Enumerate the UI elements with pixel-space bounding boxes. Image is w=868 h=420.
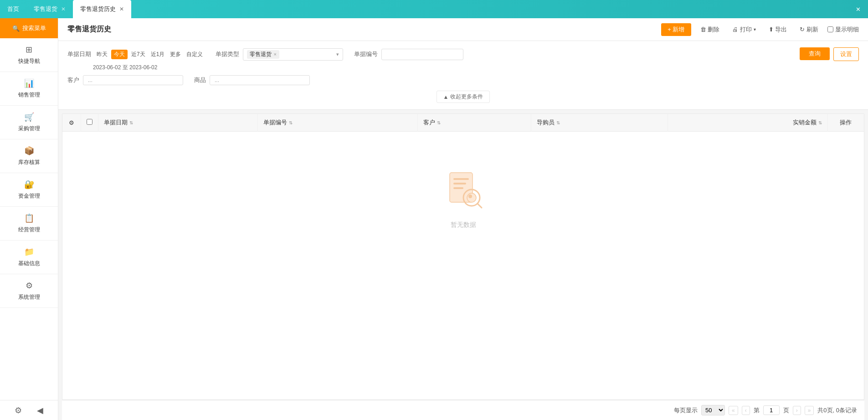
doc-type-select[interactable]: 零售退货 × ▾ <box>243 48 343 61</box>
print-button[interactable]: 🖨 打印 ▾ <box>729 24 760 36</box>
empty-state: 暂无数据 <box>62 132 864 266</box>
collapse-up-icon: ▲ <box>443 94 449 100</box>
goods-filter: 商品 ... <box>194 75 310 85</box>
select-all-checkbox[interactable] <box>87 119 92 125</box>
sidebar-bottom: ⚙ ◀ <box>0 400 58 420</box>
collapse-btn[interactable]: ▲ 收起更多条件 <box>437 91 490 103</box>
date-opt-yesterday[interactable]: 昨天 <box>95 50 109 59</box>
sidebar-item-sales-mgmt[interactable]: 📊 销售管理 <box>0 72 58 106</box>
search-menu-btn[interactable]: 🔍 搜索菜单 <box>0 18 58 38</box>
settings-button[interactable]: 设置 <box>833 47 859 61</box>
svg-point-5 <box>467 193 476 202</box>
show-detail-input[interactable] <box>827 26 833 32</box>
sidebar-item-inventory[interactable]: 📦 库存核算 <box>0 139 58 173</box>
date-options: 昨天 今天 近7天 近1月 更多 自定义 <box>95 50 205 59</box>
search-icon: 🔍 <box>12 25 20 32</box>
header-actions: + 新增 🗑 删除 🖨 打印 ▾ ⬆ 导出 ↻ 刷新 显示明细 <box>661 23 859 36</box>
sidebar-item-purchase-mgmt[interactable]: 🛒 采购管理 <box>0 106 58 139</box>
date-opt-custom[interactable]: 自定义 <box>185 50 205 59</box>
customer-label: 客户 <box>67 76 79 84</box>
date-filter: 单据日期 昨天 今天 近7天 近1月 更多 自定义 <box>67 50 205 59</box>
sidebar-item-system-mgmt[interactable]: ⚙ 系统管理 <box>0 274 58 308</box>
close-tab-retail-return-history[interactable]: ✕ <box>119 6 124 12</box>
tab-retail-return[interactable]: 零售退货 ✕ <box>26 0 73 18</box>
sales-icon: 📊 <box>24 78 34 88</box>
query-button[interactable]: 查询 <box>800 47 830 60</box>
refresh-button[interactable]: ↻ 刷新 <box>796 24 822 36</box>
guide-col-header[interactable]: 导购员 ⇅ <box>531 114 668 132</box>
doc-no-input[interactable] <box>381 49 463 60</box>
page-size-select[interactable]: 50 10 20 100 <box>701 405 725 415</box>
inventory-icon: 📦 <box>24 146 34 156</box>
data-table: ⚙ 单据日期 ⇅ 单据编号 <box>62 114 864 266</box>
finance-icon: 🔐 <box>24 179 34 190</box>
main-layout: 🔍 搜索菜单 ⊞ 快捷导航 📊 销售管理 🛒 采购管理 📦 库存核算 🔐 <box>0 18 868 420</box>
sidebar-item-finance[interactable]: 🔐 资金管理 <box>0 173 58 207</box>
filter-row-1: 单据日期 昨天 今天 近7天 近1月 更多 自定义 单据类型 <box>67 47 859 61</box>
filter-row-2: 客户 ... 商品 ... <box>67 75 859 85</box>
last-page-btn[interactable]: » <box>805 406 814 415</box>
sidebar-item-operations[interactable]: 📋 经营管理 <box>0 207 58 241</box>
date-range-display: 2023-06-02 至 2023-06-02 <box>93 64 157 71</box>
collapse-icon[interactable]: ◀ <box>37 405 43 415</box>
total-text: 共0页, 0条记录 <box>817 406 857 415</box>
prev-page-btn[interactable]: ‹ <box>742 406 750 415</box>
table-container: ⚙ 单据日期 ⇅ 单据编号 <box>62 113 864 400</box>
sidebar-nav: ⊞ 快捷导航 📊 销售管理 🛒 采购管理 📦 库存核算 🔐 资金管理 📋 <box>0 38 58 400</box>
no-sort-icon: ⇅ <box>289 120 293 125</box>
sidebar: 🔍 搜索菜单 ⊞ 快捷导航 📊 销售管理 🛒 采购管理 📦 库存核算 🔐 <box>0 18 58 420</box>
svg-rect-2 <box>453 183 466 184</box>
doc-type-filter: 单据类型 零售退货 × ▾ <box>216 48 343 61</box>
date-sort-icon: ⇅ <box>129 120 133 125</box>
date-col-header[interactable]: 单据日期 ⇅ <box>98 114 258 132</box>
doc-type-dropdown-icon: ▾ <box>336 51 339 57</box>
page-header: 零售退货历史 + 新增 🗑 删除 🖨 打印 ▾ ⬆ 导出 ↻ 刷新 <box>58 18 868 41</box>
quick-nav-icon: ⊞ <box>26 45 32 55</box>
chevron-down-icon: ▾ <box>754 27 756 32</box>
date-opt-today[interactable]: 今天 <box>111 50 128 59</box>
settings-icon[interactable]: ⚙ <box>15 405 22 415</box>
action-col-header: 操作 <box>827 114 864 132</box>
add-button[interactable]: + 新增 <box>661 23 691 36</box>
date-opt-more[interactable]: 更多 <box>168 50 183 59</box>
doc-type-remove[interactable]: × <box>273 51 276 57</box>
customer-col-header[interactable]: 客户 ⇅ <box>418 114 531 132</box>
close-tab-retail-return[interactable]: ✕ <box>61 6 66 12</box>
page-input[interactable] <box>763 405 780 415</box>
customer-sort-icon: ⇅ <box>437 120 441 125</box>
tab-retail-return-history[interactable]: 零售退货历史 ✕ <box>73 0 131 18</box>
date-opt-1month[interactable]: 近1月 <box>149 50 167 59</box>
settings-col-header[interactable]: ⚙ <box>62 114 81 132</box>
date-opt-7days[interactable]: 近7天 <box>129 50 147 59</box>
empty-illustration <box>441 168 486 214</box>
delete-button[interactable]: 🗑 删除 <box>697 24 724 36</box>
amount-sort-icon: ⇅ <box>818 120 822 125</box>
goods-select[interactable]: ... <box>210 75 310 85</box>
page-size-label: 每页显示 <box>674 406 698 415</box>
no-col-header[interactable]: 单据编号 ⇅ <box>258 114 418 132</box>
show-detail-checkbox[interactable]: 显示明细 <box>827 26 859 34</box>
amount-col-header[interactable]: 实销金额 ⇅ <box>668 114 827 132</box>
doc-type-tag: 零售退货 × <box>247 50 279 59</box>
export-button[interactable]: ⬆ 导出 <box>765 24 791 36</box>
sidebar-item-base-info[interactable]: 📁 基础信息 <box>0 241 58 274</box>
date-label: 单据日期 <box>67 50 91 58</box>
filter-area: 单据日期 昨天 今天 近7天 近1月 更多 自定义 单据类型 <box>58 41 868 110</box>
first-page-btn[interactable]: « <box>729 406 738 415</box>
svg-point-7 <box>468 195 472 198</box>
operations-icon: 📋 <box>24 213 34 223</box>
doc-type-label: 单据类型 <box>216 50 239 58</box>
customer-filter: 客户 ... <box>67 75 183 85</box>
page-label-pre: 第 <box>754 406 760 415</box>
checkbox-col-header[interactable] <box>81 114 98 132</box>
tab-home[interactable]: 首页 <box>0 0 26 18</box>
customer-select[interactable]: ... <box>83 75 183 85</box>
base-info-icon: 📁 <box>24 247 34 257</box>
next-page-btn[interactable]: › <box>793 406 801 415</box>
doc-no-filter: 单据编号 <box>354 49 463 60</box>
sidebar-item-quick-nav[interactable]: ⊞ 快捷导航 <box>0 38 58 72</box>
page-label-post: 页 <box>783 406 789 415</box>
svg-rect-1 <box>453 178 469 180</box>
pagination-bar: 每页显示 50 10 20 100 « ‹ 第 页 › » 共0页, 0条记录 <box>62 400 864 420</box>
top-bar-close[interactable]: ✕ <box>856 6 861 13</box>
